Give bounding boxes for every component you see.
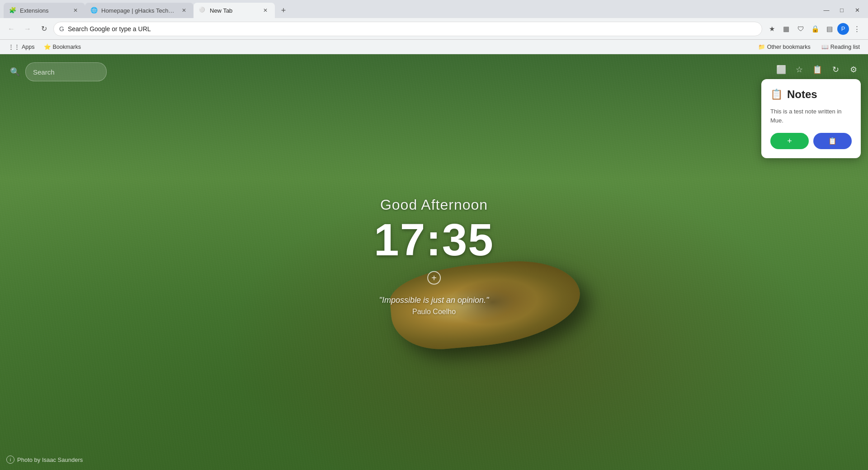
notes-copy-button[interactable]: 📋 <box>813 133 852 149</box>
tab-ghacks-title: Homepage | gHacks Technology... <box>101 7 176 14</box>
extensions-button[interactable]: ▦ <box>779 22 793 36</box>
address-bar: ← → ↻ G Search Google or type a URL ★ ▦ … <box>0 18 868 40</box>
window-controls: — □ ✕ <box>819 4 864 16</box>
notes-panel: 📋 Notes This is a test note written in M… <box>761 79 861 158</box>
reading-list-item[interactable]: 📖 Reading list <box>818 42 863 51</box>
bookmarks-label: Bookmarks <box>53 44 81 50</box>
search-icon-button[interactable]: 🔍 <box>8 65 22 79</box>
notes-icon: 📋 <box>770 89 783 100</box>
tab-ghacks-close[interactable]: ✕ <box>180 6 188 14</box>
notes-content: This is a test note written in Mue. <box>770 107 852 125</box>
settings-button[interactable]: ⚙ <box>846 62 861 77</box>
notes-toggle-button[interactable]: 📋 <box>810 62 825 77</box>
ghacks-favicon: 🌐 <box>90 7 98 14</box>
fullscreen-button[interactable]: ⬜ <box>774 62 788 77</box>
center-content: Good Afternoon 17:35 + "Impossible is ju… <box>374 197 494 316</box>
cast-button[interactable]: ▤ <box>823 22 836 36</box>
tab-newtab-close[interactable]: ✕ <box>261 6 269 14</box>
address-right-buttons: ★ ▦ 🛡 🔒 ▤ P ⋮ <box>765 22 863 36</box>
newtab-favicon: ⚪ <box>199 7 206 14</box>
tab-bar: 🧩 Extensions ✕ 🌐 Homepage | gHacks Techn… <box>0 0 868 18</box>
apps-button[interactable]: ⋮⋮ Apps <box>5 42 38 51</box>
tab-newtab-title: New Tab <box>210 7 258 14</box>
new-tab-button[interactable]: + <box>277 4 290 17</box>
tab-extensions-title: Extensions <box>20 7 68 14</box>
tab-extensions-close[interactable]: ✕ <box>71 6 80 14</box>
notes-actions: + 📋 <box>770 133 852 149</box>
quote-text: "Impossible is just an opinion." <box>374 296 494 305</box>
notes-title: Notes <box>787 88 817 101</box>
search-input[interactable]: Search <box>25 62 107 81</box>
password-button[interactable]: 🔒 <box>808 22 822 36</box>
photo-credit-text: Photo by Isaac Saunders <box>17 456 83 463</box>
other-bookmarks-icon: 📁 <box>758 43 765 50</box>
info-icon: i <box>6 456 14 464</box>
search-placeholder: Search <box>33 68 55 76</box>
url-text: Search Google or type a URL <box>68 25 756 33</box>
tab-newtab[interactable]: ⚪ New Tab ✕ <box>193 3 275 18</box>
profile-avatar[interactable]: P <box>837 23 849 35</box>
greeting-text: Good Afternoon <box>374 197 494 213</box>
reading-list-icon: 📖 <box>821 43 829 50</box>
menu-button[interactable]: ⋮ <box>850 22 863 36</box>
reload-button[interactable]: ↻ <box>37 22 51 36</box>
apps-label: Apps <box>22 44 35 50</box>
quote-author: Paulo Coelho <box>374 308 494 316</box>
bookmark-star-button[interactable]: ★ <box>765 22 778 36</box>
clock-display: 17:35 <box>374 217 494 262</box>
extensions-favicon: 🧩 <box>9 7 16 14</box>
refresh-background-button[interactable]: ↻ <box>828 62 843 77</box>
add-widget-button[interactable]: + <box>427 271 441 285</box>
minimize-button[interactable]: — <box>819 4 834 16</box>
apps-grid-icon: ⋮⋮ <box>8 43 20 50</box>
back-button[interactable]: ← <box>5 22 18 36</box>
top-right-widgets: ⬜ ☆ 📋 ↻ ⚙ <box>774 62 861 77</box>
tab-extensions[interactable]: 🧩 Extensions ✕ <box>4 3 85 18</box>
shield-button[interactable]: 🛡 <box>794 22 807 36</box>
photo-credit[interactable]: i Photo by Isaac Saunders <box>6 456 83 464</box>
notes-header: 📋 Notes <box>770 88 852 101</box>
tab-ghacks[interactable]: 🌐 Homepage | gHacks Technology... ✕ <box>85 3 193 18</box>
favorite-button[interactable]: ☆ <box>792 62 807 77</box>
bookmarks-right: 📁 Other bookmarks 📖 Reading list <box>755 42 863 51</box>
close-button[interactable]: ✕ <box>850 4 864 16</box>
bookmarks-star-icon: ⭐ <box>44 43 51 50</box>
other-bookmarks-item[interactable]: 📁 Other bookmarks <box>755 42 814 51</box>
google-icon: G <box>59 25 64 33</box>
reading-list-label: Reading list <box>830 44 860 50</box>
bookmarks-item[interactable]: ⭐ Bookmarks <box>40 42 85 51</box>
maximize-button[interactable]: □ <box>835 4 849 16</box>
other-bookmarks-label: Other bookmarks <box>767 44 811 50</box>
url-bar[interactable]: G Search Google or type a URL <box>53 22 762 36</box>
bookmarks-bar: ⋮⋮ Apps ⭐ Bookmarks 📁 Other bookmarks 📖 … <box>0 40 868 54</box>
forward-button[interactable]: → <box>21 22 34 36</box>
search-widget: 🔍 Search <box>8 62 107 81</box>
browser-frame: 🧩 Extensions ✕ 🌐 Homepage | gHacks Techn… <box>0 0 868 470</box>
new-tab-page: 🔍 Search ⬜ ☆ 📋 ↻ ⚙ 📋 Notes This is a tes… <box>0 54 868 470</box>
notes-add-button[interactable]: + <box>770 133 809 149</box>
